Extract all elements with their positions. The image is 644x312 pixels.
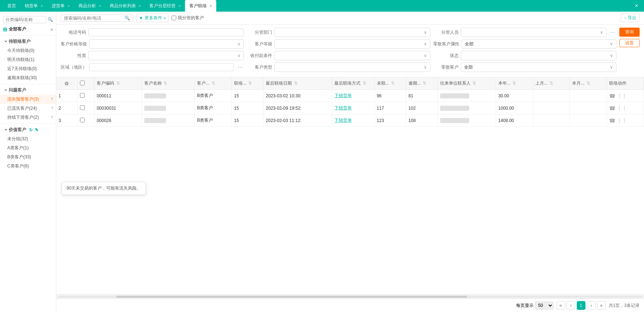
sidebar-item-class-b[interactable]: B类客户(33) [0, 153, 56, 162]
collapse-icon[interactable]: « [51, 27, 53, 32]
search-input[interactable] [64, 16, 123, 21]
my-customers-label[interactable]: 我分管的客户 [172, 15, 204, 21]
sidebar-item-tomorrow[interactable]: 明天待联络(1) [0, 55, 56, 64]
grid-icon: ⊞ [3, 27, 7, 32]
customer-level-select[interactable]: ∨ [274, 39, 430, 49]
first-page-btn[interactable]: « [556, 301, 565, 310]
close-tab-purchase[interactable]: × [68, 4, 70, 8]
close-tab-product-analysis[interactable]: × [99, 4, 101, 8]
edit-group-icon[interactable]: ✎ [35, 127, 39, 133]
person-select[interactable]: ∨ [461, 28, 607, 37]
tab-customer-layer[interactable]: 客户分层经营 × [145, 0, 185, 12]
refresh-icon[interactable]: ↻ [29, 127, 33, 133]
col-header-name[interactable]: 客户名称 ⇅ [142, 77, 194, 90]
select-all-checkbox[interactable] [80, 81, 85, 85]
cell-way-3[interactable]: 下销货单 [332, 114, 374, 127]
col-header-overdue[interactable]: 逾期... ⇅ [406, 77, 438, 90]
sidebar-item-class-a[interactable]: A类客户(1) [0, 143, 56, 153]
table-settings-icon[interactable]: ⚙ [64, 81, 69, 86]
tab-purchase[interactable]: 进货单 × [47, 0, 74, 12]
prev-page-btn[interactable]: ‹ [567, 301, 575, 310]
sidebar-item-class-c[interactable]: C类客户(6) [0, 162, 56, 171]
col-header-type[interactable]: 客户... ⇅ [195, 77, 232, 90]
col-header-way[interactable]: 最后联络方式 ⇅ [332, 77, 374, 90]
next-page-btn[interactable]: › [587, 301, 596, 310]
col-header-unit[interactable]: 往来单位联系人 ⇅ [438, 77, 496, 90]
export-button[interactable]: ↑ 导出 [621, 14, 640, 22]
all-customers-header[interactable]: ⊞ 全部客户 « [0, 25, 56, 34]
more-conditions-button[interactable]: ▼ 更多条件 ∧ [136, 14, 169, 22]
more-action-icon-1[interactable]: ⋮⋮ [617, 93, 627, 99]
row-3-checkbox[interactable] [80, 118, 85, 122]
page-size-select[interactable]: 50 100 200 [535, 301, 554, 309]
tab-customer-contact[interactable]: 客户联络 × [185, 0, 216, 12]
sidebar-item-declining[interactable]: 持续下滑客户(2) ? [0, 113, 56, 122]
price-level-select[interactable]: ∨ [89, 39, 244, 49]
status-select[interactable]: ∨ [461, 51, 616, 60]
dept-select[interactable]: ∨ [274, 28, 430, 37]
tab-sales-order[interactable]: 销货单 × [20, 0, 47, 12]
contact-action-icon-2[interactable]: ☎ [609, 105, 615, 111]
sidebar-search-icon[interactable]: 🔍 [48, 17, 53, 22]
tab-product-analysis[interactable]: 商品分析 × [74, 0, 105, 12]
region-more-btn[interactable]: ··· [236, 64, 244, 70]
group-value[interactable]: 价值客户 ↻ ✎ [0, 125, 56, 134]
person-more-btn[interactable]: ··· [609, 29, 616, 36]
nature-select[interactable]: ∨ [88, 51, 244, 60]
group-problem[interactable]: 问题客户 [0, 86, 56, 95]
h-scrollbar[interactable] [56, 294, 644, 299]
col-header-contact[interactable]: 联络... ⇅ [232, 77, 263, 90]
sidebar-item-today[interactable]: 今天待联络(0) [0, 46, 56, 55]
contact-action-icon-3[interactable]: ☎ [609, 118, 615, 123]
close-tab-sales[interactable]: × [41, 4, 43, 8]
col-header-date[interactable]: 最后联络日期 ⇅ [263, 77, 332, 90]
more-action-icon-3[interactable]: ⋮⋮ [617, 118, 627, 123]
row-1-checkbox[interactable] [80, 93, 85, 98]
cell-way-1[interactable]: 下销货单 [332, 90, 374, 102]
col-header-check[interactable] [77, 77, 94, 90]
tab-product-list[interactable]: 商品分析列表 × [105, 0, 145, 12]
sidebar-search-input[interactable] [3, 16, 46, 23]
settings-button[interactable]: 设置 [619, 39, 640, 47]
churned-question-icon[interactable]: ? [51, 106, 53, 110]
close-tab-customer-layer[interactable]: × [178, 4, 181, 8]
retail-attr-select[interactable]: 全部 ∨ [462, 39, 616, 49]
search-icon[interactable]: 🔍 [125, 16, 130, 21]
sidebar-item-7days[interactable]: 近7天待联络(0) [0, 64, 56, 73]
col-header-uncontact[interactable]: 未联... ⇅ [374, 77, 406, 90]
payment-select[interactable]: ∨ [274, 51, 430, 60]
close-all-tabs[interactable]: × [632, 3, 641, 9]
close-tab-customer-contact[interactable]: × [210, 4, 212, 8]
region-input[interactable] [89, 63, 234, 71]
col-header-thismonth[interactable]: 本月... ⇅ [570, 77, 607, 90]
cell-check-3[interactable] [77, 114, 94, 127]
my-customers-checkbox[interactable] [172, 16, 176, 20]
sidebar-item-churn-warning[interactable]: 流失预警客户(3) ? [0, 95, 56, 104]
phone-input[interactable] [88, 28, 244, 36]
cell-check-1[interactable] [77, 90, 94, 102]
col-header-lastmonth[interactable]: 上月... ⇅ [533, 77, 570, 90]
declining-question-icon[interactable]: ? [51, 116, 53, 119]
contact-action-icon-1[interactable]: ☎ [609, 93, 615, 99]
h-scrollbar-thumb[interactable] [116, 296, 467, 298]
query-button[interactable]: 查询 [619, 28, 640, 37]
cell-check-2[interactable] [77, 102, 94, 114]
current-page-btn[interactable]: 1 [577, 301, 585, 310]
last-page-btn[interactable]: » [597, 301, 606, 310]
cell-code-1: 000011 [94, 90, 142, 102]
row-2-checkbox[interactable] [80, 105, 85, 110]
cell-way-2[interactable]: 下销货单 [332, 102, 374, 114]
more-action-icon-2[interactable]: ⋮⋮ [617, 105, 627, 111]
sidebar-item-overdue[interactable]: 逾期未联络(30) [0, 73, 56, 82]
sidebar-item-ungrouped[interactable]: 未分组(32) [0, 134, 56, 143]
sidebar-item-churned[interactable]: 已流失客户(24) ? [0, 104, 56, 113]
churn-warning-question-icon[interactable]: ? [51, 97, 53, 101]
retail-select[interactable]: 全部 ∨ [461, 62, 616, 72]
h-scrollbar-track[interactable] [58, 296, 643, 298]
group-pending[interactable]: 待联络客户 [0, 37, 56, 46]
col-header-year[interactable]: 本年... ⇅ [496, 77, 533, 90]
customer-type-select[interactable]: ∨ [274, 62, 430, 72]
tab-home[interactable]: 首页 [3, 0, 20, 12]
close-tab-product-list[interactable]: × [139, 4, 141, 8]
col-header-code[interactable]: 客户编码 ⇅ [94, 77, 142, 90]
